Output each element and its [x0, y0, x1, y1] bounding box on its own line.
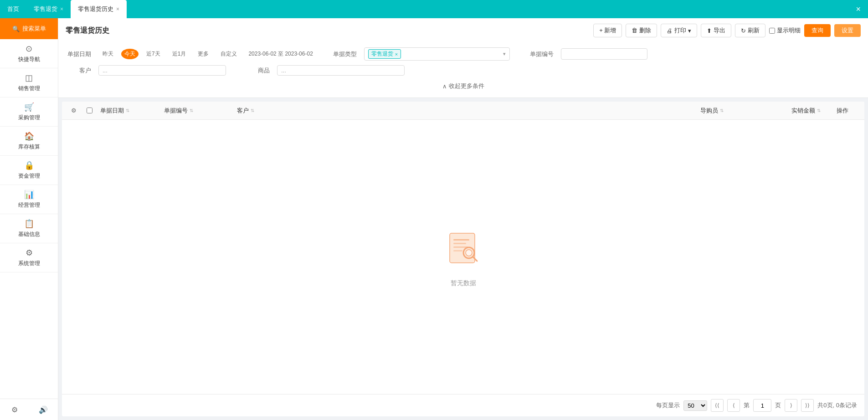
export-button[interactable]: ⬆ 导出 [701, 24, 731, 37]
sidebar-item-basic-info[interactable]: 📋 基础信息 [0, 214, 58, 243]
query-button[interactable]: 查询 [804, 24, 831, 37]
first-page-button[interactable]: ⟨⟨ [711, 399, 724, 412]
select-all-checkbox[interactable] [82, 108, 97, 113]
sidebar-item-operation[interactable]: 📊 经营管理 [0, 185, 58, 214]
type-dropdown-icon: ▾ [503, 51, 506, 57]
date-btn-yesterday[interactable]: 昨天 [98, 49, 118, 59]
search-icon: 🔍 [12, 26, 20, 32]
refresh-button[interactable]: ↻ 刷新 [735, 24, 765, 37]
show-detail-label: 显示明细 [777, 26, 801, 35]
empty-text: 暂无数据 [451, 279, 476, 287]
th-number[interactable]: 单据编号 ⇅ [160, 107, 233, 115]
sidebar-item-purchase[interactable]: 🛒 采购管理 [0, 97, 58, 127]
sidebar-item-label: 系统管理 [18, 260, 40, 267]
per-page-select[interactable]: 50 10 20 100 [683, 400, 707, 411]
th-guide[interactable]: 导购员 ⇅ [697, 107, 760, 115]
audio-icon: 🔊 [39, 405, 48, 414]
tab-return-history[interactable]: 零售退货历史 × [71, 0, 127, 18]
page-suffix: 页 [775, 401, 781, 410]
export-icon: ⬆ [707, 27, 712, 34]
customer-placeholder: ... [103, 67, 108, 74]
sidebar-item-sales[interactable]: ◫ 销售管理 [0, 68, 58, 97]
page-label: 第 [744, 401, 750, 410]
date-btn-more[interactable]: 更多 [194, 49, 213, 59]
system-icon: ⚙ [26, 248, 33, 258]
date-btn-today[interactable]: 今天 [121, 49, 139, 59]
sales-icon: ◫ [25, 73, 33, 83]
table-container: ⚙ 单据日期 ⇅ 单据编号 ⇅ 客户 ⇅ 导购员 ⇅ [62, 102, 864, 416]
sidebar-item-system[interactable]: ⚙ 系统管理 [0, 243, 58, 272]
number-input[interactable] [561, 48, 647, 60]
sidebar-search[interactable]: 🔍 搜索菜单 [0, 18, 58, 39]
quick-nav-icon: ⊙ [26, 44, 32, 54]
sidebar-item-label: 库存核算 [18, 143, 40, 151]
delete-button[interactable]: 🗑 删除 [626, 24, 657, 37]
type-label: 单据类型 [331, 50, 357, 58]
tab-home[interactable]: 首页 [0, 0, 26, 18]
page-title: 零售退货历史 [66, 26, 109, 36]
tab-return[interactable]: 零售退货 × [26, 0, 71, 18]
type-select[interactable]: 零售退货 × ▾ [364, 47, 510, 61]
page-input[interactable] [753, 399, 771, 412]
refresh-icon: ↻ [741, 27, 746, 34]
svg-rect-1 [453, 239, 469, 241]
sort-customer-icon: ⇅ [251, 108, 254, 113]
window-close-button[interactable]: × [848, 5, 868, 14]
column-settings-button[interactable]: ⚙ [66, 107, 82, 114]
print-icon: 🖨 [667, 27, 673, 34]
tab-return-close[interactable]: × [60, 6, 63, 12]
add-button[interactable]: + 新增 [593, 24, 622, 37]
prev-page-button[interactable]: ⟨ [727, 399, 740, 412]
sidebar-item-finance[interactable]: 🔒 资金管理 [0, 156, 58, 185]
basic-info-icon: 📋 [24, 219, 34, 229]
show-detail-checkbox[interactable]: 显示明细 [769, 26, 801, 35]
th-action: 操作 [824, 107, 861, 115]
tab-return-history-close[interactable]: × [116, 6, 119, 12]
date-range-display: 2023-06-02 至 2023-06-02 [248, 50, 313, 58]
th-customer[interactable]: 客户 ⇅ [233, 107, 697, 115]
goods-select[interactable]: ... [277, 65, 405, 76]
type-tag-close[interactable]: × [395, 51, 398, 57]
sidebar-item-label: 资金管理 [18, 172, 40, 180]
customer-label: 客户 [66, 67, 91, 75]
sidebar-item-label: 采购管理 [18, 114, 40, 122]
sidebar-settings-button[interactable]: ⚙ [0, 399, 29, 420]
filter-row-1: 单据日期 昨天 今天 近7天 近1月 更多 自定义 2023-06-02 至 2… [66, 47, 861, 61]
next-page-button[interactable]: ⟩ [785, 399, 797, 412]
sidebar-item-inventory[interactable]: 🏠 库存核算 [0, 127, 58, 156]
svg-rect-2 [453, 243, 466, 244]
content-area: 零售退货历史 + 新增 🗑 删除 🖨 打印 ▾ ⬆ 导出 ↻ [58, 18, 868, 420]
sort-amount-icon: ⇅ [817, 108, 821, 113]
inventory-icon: 🏠 [24, 131, 34, 141]
customer-select[interactable]: ... [98, 65, 226, 76]
svg-point-6 [466, 250, 472, 256]
date-btn-1month[interactable]: 近1月 [168, 49, 190, 59]
empty-icon [441, 226, 486, 272]
operation-icon: 📊 [24, 190, 34, 200]
collapse-conditions-button[interactable]: ∧ 收起更多条件 [66, 80, 861, 94]
sidebar-item-quick-nav[interactable]: ⊙ 快捷导航 [0, 39, 58, 68]
th-amount[interactable]: 实销金额 ⇅ [760, 107, 824, 115]
goods-label: 商品 [244, 67, 270, 75]
toolbar: + 新增 🗑 删除 🖨 打印 ▾ ⬆ 导出 ↻ 刷新 [593, 24, 861, 37]
show-detail-input[interactable] [769, 28, 775, 34]
date-btn-7days[interactable]: 近7天 [142, 49, 164, 59]
print-label: 打印 [674, 26, 686, 35]
sidebar: 🔍 搜索菜单 ⊙ 快捷导航 ◫ 销售管理 🛒 采购管理 🏠 库存核算 🔒 资金管… [0, 18, 58, 420]
collapse-icon: ∧ [442, 83, 447, 90]
print-button[interactable]: 🖨 打印 ▾ [661, 24, 697, 37]
sort-number-icon: ⇅ [190, 108, 193, 113]
refresh-label: 刷新 [748, 26, 760, 35]
date-btn-custom[interactable]: 自定义 [216, 49, 241, 59]
sidebar-audio-button[interactable]: 🔊 [29, 399, 58, 420]
last-page-button[interactable]: ⟩⟩ [801, 399, 814, 412]
pagination-summary: 共0页, 0条记录 [817, 401, 857, 410]
settings-button[interactable]: 设置 [834, 24, 861, 37]
sidebar-item-label: 销售管理 [18, 85, 40, 92]
type-tag: 零售退货 × [368, 49, 401, 59]
finance-icon: 🔒 [24, 160, 34, 170]
th-date[interactable]: 单据日期 ⇅ [97, 107, 160, 115]
empty-state: 暂无数据 [62, 120, 864, 394]
number-label: 单据编号 [528, 50, 554, 58]
sidebar-item-label: 经营管理 [18, 201, 40, 209]
